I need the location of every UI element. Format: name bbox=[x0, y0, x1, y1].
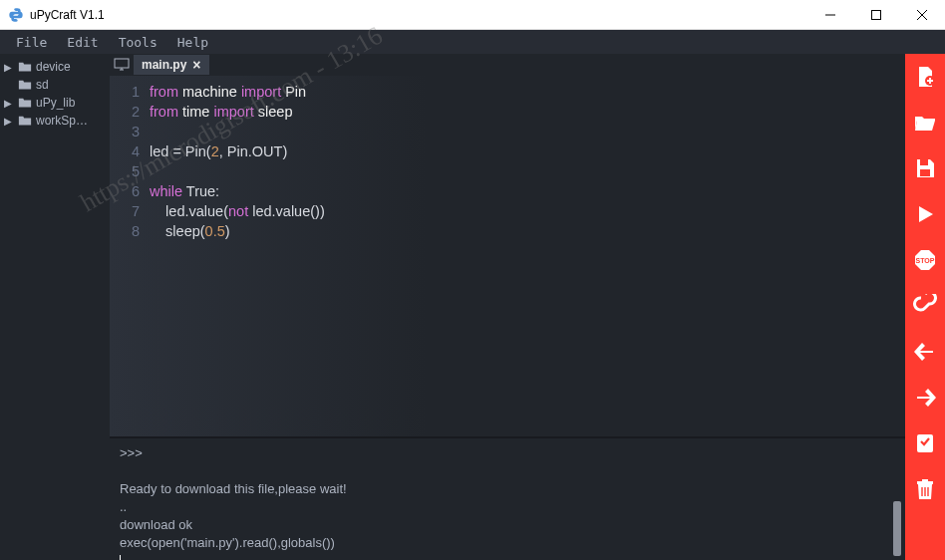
editor-tab[interactable]: main.py × bbox=[134, 55, 209, 75]
console[interactable]: >>> Ready to download this file,please w… bbox=[110, 436, 905, 560]
tree-item-sd[interactable]: sd bbox=[0, 76, 110, 94]
tab-close-icon[interactable]: × bbox=[192, 57, 200, 73]
app-icon bbox=[8, 7, 24, 23]
console-prompt: >>> bbox=[120, 444, 895, 462]
run-button[interactable] bbox=[910, 199, 940, 229]
svg-rect-0 bbox=[872, 10, 881, 19]
monitor-icon bbox=[114, 58, 130, 72]
menu-help[interactable]: Help bbox=[167, 33, 218, 52]
connect-button[interactable] bbox=[910, 291, 940, 321]
folder-icon bbox=[18, 79, 32, 91]
console-line: download ok bbox=[120, 516, 895, 534]
delete-button[interactable] bbox=[910, 474, 940, 504]
menu-file[interactable]: File bbox=[6, 33, 57, 52]
new-file-button[interactable] bbox=[910, 62, 940, 92]
tree-label: device bbox=[36, 60, 71, 74]
scrollbar-thumb-icon[interactable] bbox=[893, 501, 901, 556]
folder-icon bbox=[18, 115, 32, 127]
code-editor[interactable]: 1 2 3 4 5 6 7 8 from machine import Pin … bbox=[110, 76, 905, 436]
menu-edit[interactable]: Edit bbox=[57, 33, 108, 52]
menubar: File Edit Tools Help bbox=[0, 30, 945, 54]
svg-rect-1 bbox=[115, 59, 129, 68]
chevron-right-icon: ▶ bbox=[4, 62, 14, 73]
tree-item-device[interactable]: ▶ device bbox=[0, 58, 110, 76]
svg-rect-4 bbox=[920, 169, 930, 176]
undo-button[interactable] bbox=[910, 337, 940, 367]
app-title: uPyCraft V1.1 bbox=[30, 8, 105, 22]
titlebar: uPyCraft V1.1 bbox=[0, 0, 945, 30]
check-button[interactable] bbox=[910, 428, 940, 458]
folder-icon bbox=[18, 97, 32, 109]
tree-label: sd bbox=[36, 78, 49, 92]
close-button[interactable] bbox=[899, 0, 945, 30]
svg-rect-3 bbox=[920, 159, 928, 165]
tree-item-upylib[interactable]: ▶ uPy_lib bbox=[0, 94, 110, 112]
svg-text:STOP: STOP bbox=[916, 257, 935, 264]
chevron-right-icon: ▶ bbox=[4, 98, 14, 109]
save-button[interactable] bbox=[910, 153, 940, 183]
maximize-button[interactable] bbox=[853, 0, 899, 30]
minimize-button[interactable] bbox=[807, 0, 853, 30]
console-line: exec(open('main.py').read(),globals()) bbox=[120, 534, 895, 552]
open-file-button[interactable] bbox=[910, 108, 940, 138]
tree-label: uPy_lib bbox=[36, 96, 75, 110]
redo-button[interactable] bbox=[910, 383, 940, 413]
stop-button[interactable]: STOP bbox=[910, 245, 940, 275]
tree-label: workSp… bbox=[36, 114, 88, 128]
menu-tools[interactable]: Tools bbox=[109, 33, 167, 52]
console-line: Ready to download this file,please wait! bbox=[120, 480, 895, 498]
text-cursor bbox=[120, 555, 121, 560]
folder-icon bbox=[18, 61, 32, 73]
tabbar: main.py × bbox=[110, 54, 905, 76]
tab-label: main.py bbox=[142, 58, 186, 72]
line-number-gutter: 1 2 3 4 5 6 7 8 bbox=[110, 82, 150, 436]
console-line: .. bbox=[120, 498, 895, 516]
file-tree: ▶ device sd ▶ uPy_lib ▶ workSp… bbox=[0, 54, 110, 560]
right-toolbar: STOP bbox=[905, 54, 945, 560]
chevron-right-icon: ▶ bbox=[4, 116, 14, 127]
tree-item-workspace[interactable]: ▶ workSp… bbox=[0, 112, 110, 130]
